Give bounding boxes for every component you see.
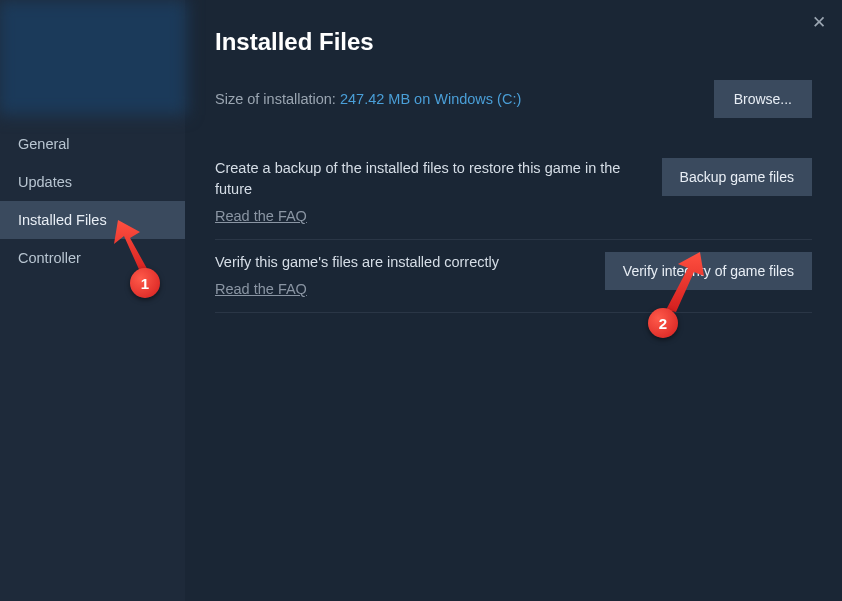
game-header-banner xyxy=(0,0,187,115)
annotation-marker-2: 2 xyxy=(648,308,678,338)
browse-button[interactable]: Browse... xyxy=(714,80,812,118)
annotation-marker-1: 1 xyxy=(130,268,160,298)
install-size-label: Size of installation: xyxy=(215,91,340,107)
backup-row: Create a backup of the installed files t… xyxy=(215,146,812,240)
backup-button[interactable]: Backup game files xyxy=(662,158,812,196)
backup-description: Create a backup of the installed files t… xyxy=(215,160,620,197)
sidebar-item-general[interactable]: General xyxy=(0,125,185,163)
backup-faq-link[interactable]: Read the FAQ xyxy=(215,206,307,227)
page-title: Installed Files xyxy=(215,28,812,56)
main-panel: ✕ Installed Files Size of installation: … xyxy=(185,0,842,601)
sidebar-item-updates[interactable]: Updates xyxy=(0,163,185,201)
close-icon[interactable]: ✕ xyxy=(812,12,826,33)
verify-row: Verify this game's files are installed c… xyxy=(215,240,812,313)
install-location-link[interactable]: 247.42 MB on Windows (C:) xyxy=(340,91,521,107)
sidebar: General Updates Installed Files Controll… xyxy=(0,0,185,601)
verify-faq-link[interactable]: Read the FAQ xyxy=(215,279,307,300)
install-size-row: Size of installation: 247.42 MB on Windo… xyxy=(215,80,812,118)
verify-description: Verify this game's files are installed c… xyxy=(215,254,499,270)
